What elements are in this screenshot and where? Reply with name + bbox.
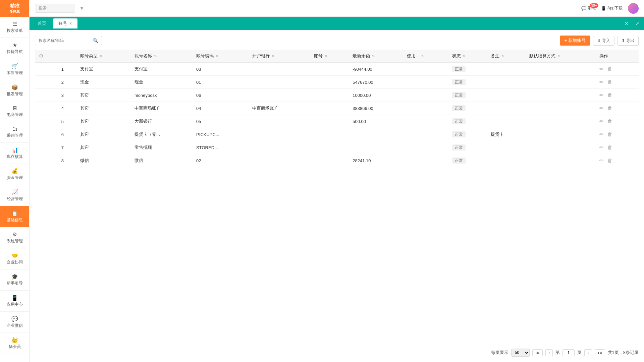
sidebar-item-ecommerce-mgmt[interactable]: 🖥 电商管理 [0,101,29,122]
table-row: 6 其它 提货卡（零... PICKUPC... 正常 提货卡 ✏ 🗑 [35,128,639,141]
search-input[interactable] [39,38,93,43]
close-tab-button[interactable]: ✕ [623,20,631,27]
sidebar-item-vip-member[interactable]: 👑 畅会员 [0,333,29,354]
top-search-box[interactable]: 搜索 [35,4,75,13]
page-input[interactable] [562,349,575,356]
toolbar: 🔍 + 新增账号 ⬇ 导入 ⬆ 导出 [35,36,639,46]
cell-account-no [310,128,348,141]
tab-home[interactable]: 首页 [32,18,52,28]
delete-button[interactable]: 🗑 [607,66,612,72]
cell-latest-balance: 547670.00 [348,76,403,89]
import-button[interactable]: ⬇ 导入 [593,36,614,46]
th-account-name[interactable]: 账号名称 ⇅ [130,50,192,63]
th-usage[interactable]: 使用... ⇅ [403,50,448,63]
edit-button[interactable]: ✏ [599,131,604,137]
avatar[interactable] [628,3,639,14]
sidebar-item-wholesale-mgmt[interactable]: 📦 批发管理 [0,80,29,101]
first-page-button[interactable]: ⏮ [532,349,543,356]
cell-account-type: 微信 [76,154,130,167]
cell-account-name: 现金 [130,76,192,89]
cell-usage [403,89,448,102]
cell-usage [403,141,448,154]
cell-status: 正常 [448,102,487,115]
th-default-settlement[interactable]: 默认结算方式 ⇅ [525,50,595,63]
edit-button[interactable]: ✏ [599,66,604,72]
next-page-button[interactable]: › [584,349,592,356]
cell-remark [487,154,525,167]
sidebar-item-operations-mgmt[interactable]: 📈 经营管理 [0,185,29,206]
th-account-no[interactable]: 账号 ⇅ [310,50,348,63]
close-tab-icon[interactable]: ✕ [69,21,72,26]
cell-default-settlement [525,63,595,76]
cell-account-no [310,63,348,76]
sidebar-item-enterprise-agreement[interactable]: 🤝 企业协同 [0,248,29,269]
sidebar-item-inventory[interactable]: 📊 库存核算 [0,143,29,164]
sidebar-item-search-menu[interactable]: ☰ 搜索菜单 [0,17,29,38]
tab-actions: ✕ ⤢ [623,20,641,27]
th-bank[interactable]: 开户银行 ⇅ [248,50,310,63]
sidebar-item-retail-mgmt[interactable]: 🛒 零售管理 [0,59,29,80]
cell-bank [248,76,310,89]
cell-account-type: 现金 [76,76,130,89]
th-remark[interactable]: 备注 ⇅ [487,50,525,63]
cell-usage [403,102,448,115]
delete-button[interactable]: 🗑 [607,131,612,137]
app-download-button[interactable]: 📱 App下载 [601,5,623,11]
tab-account[interactable]: 账号 ✕ [53,18,77,28]
delete-button[interactable]: 🗑 [607,92,612,98]
expand-tab-button[interactable]: ⤢ [633,20,641,27]
cell-account-code: 02 [192,154,248,167]
cell-account-code: 06 [192,89,248,102]
edit-button[interactable]: ✏ [599,158,604,163]
cell-account-no [310,89,348,102]
cell-bank [248,154,310,167]
delete-button[interactable]: 🗑 [607,158,612,163]
delete-button[interactable]: 🗑 [607,105,612,111]
accounts-table: ⚙ 账号类型 ⇅ 账号名称 ⇅ 账号编码 ⇅ 开户银行 ⇅ 账号 ⇅ 最新余额 … [35,50,639,167]
th-actions: 操作 [595,50,639,63]
cell-account-type: 其它 [76,115,130,128]
sidebar: 精准 乐账版 ☰ 搜索菜单 ★ 快捷导航 🛒 零售管理 📦 批发管理 🖥 电商管… [0,0,30,362]
cell-gear [35,128,57,141]
cell-index: 1 [57,63,76,76]
delete-button[interactable]: 🗑 [607,144,612,150]
cell-usage [403,63,448,76]
sidebar-item-new-guide[interactable]: 🎓 新手引导 [0,269,29,291]
delete-button[interactable]: 🗑 [607,118,612,124]
export-icon: ⬆ [622,38,625,43]
page-size-select[interactable]: 50 20 100 [511,349,530,357]
messages-button[interactable]: 💬 消息 99+ [581,5,596,11]
sidebar-item-finance-mgmt[interactable]: 💰 资金管理 [0,164,29,185]
edit-button[interactable]: ✏ [599,79,604,85]
edit-button[interactable]: ✏ [599,92,604,98]
cell-gear [35,115,57,128]
cell-latest-balance: -90444.00 [348,63,403,76]
sidebar-item-system-mgmt[interactable]: ⚙ 系统管理 [0,227,29,248]
th-status[interactable]: 状态 ⇅ [448,50,487,63]
delete-button[interactable]: 🗑 [607,79,612,85]
th-account-code[interactable]: 账号编码 ⇅ [192,50,248,63]
prev-page-button[interactable]: ‹ [545,349,553,356]
edit-button[interactable]: ✏ [599,105,604,111]
main-content: 搜索 ▼ 💬 消息 99+ 📱 App下载 首页 账号 ✕ [30,0,644,362]
cell-actions: ✏ 🗑 [595,102,639,115]
th-account-type[interactable]: 账号类型 ⇅ [76,50,130,63]
sidebar-item-enterprise-wechat[interactable]: 💬 企业微信 [0,312,29,333]
retail-icon: 🛒 [11,63,18,69]
edit-button[interactable]: ✏ [599,118,604,124]
sidebar-item-quick-nav[interactable]: ★ 快捷导航 [0,38,29,59]
export-button[interactable]: ⬆ 导出 [617,36,639,46]
cell-remark [487,63,525,76]
cell-account-no [310,115,348,128]
cell-default-settlement [525,141,595,154]
sidebar-item-app-center[interactable]: 📱 应用中心 [0,291,29,312]
edit-button[interactable]: ✏ [599,144,604,150]
search-box[interactable]: 🔍 [35,36,102,45]
last-page-button[interactable]: ⏭ [595,349,605,356]
sidebar-item-basic-info[interactable]: 📋 基础信息 [0,206,29,227]
settings-icon[interactable]: ⚙ [39,53,43,59]
cell-actions: ✏ 🗑 [595,154,639,167]
th-latest-balance[interactable]: 最新余额 ⇅ [348,50,403,63]
sidebar-item-purchase-mgmt[interactable]: 🗂 采购管理 [0,122,29,143]
add-account-button[interactable]: + 新增账号 [560,36,590,46]
